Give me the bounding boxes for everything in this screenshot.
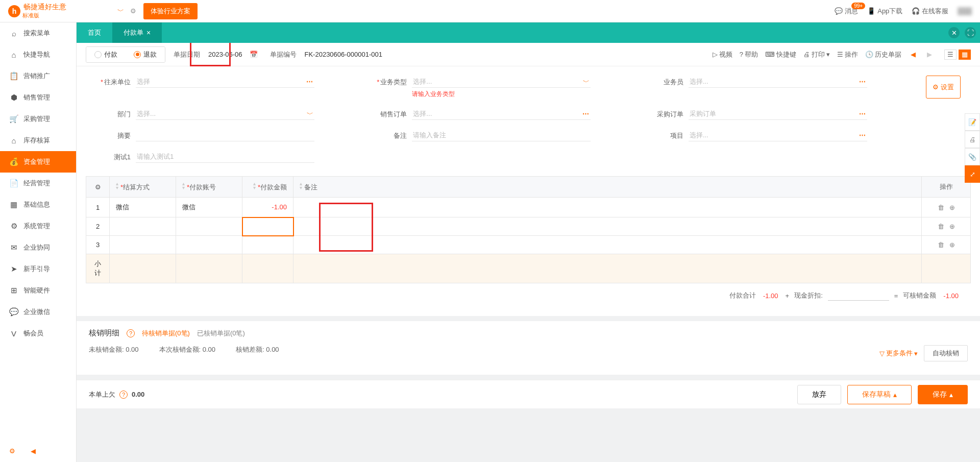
calendar-icon[interactable]: 📅: [250, 51, 258, 58]
rail-attach-button[interactable]: 📎: [965, 148, 980, 165]
add-row-icon[interactable]: ⊕: [949, 223, 955, 230]
online-service-link[interactable]: 🎧在线客服: [912, 7, 948, 16]
company-select[interactable]: ﹀: [87, 7, 124, 16]
summary-input[interactable]: [136, 129, 314, 141]
gear-column-header[interactable]: ⚙: [86, 177, 110, 198]
video-link[interactable]: ▷视频: [713, 50, 732, 59]
operate-link[interactable]: ☰操作: [837, 50, 858, 59]
view-form-button[interactable]: ▦: [959, 50, 971, 60]
history-link[interactable]: 🕓历史单据: [865, 50, 901, 59]
vendor-input[interactable]: [136, 76, 314, 88]
sales-order-input[interactable]: [412, 108, 591, 120]
sidebar-item-4[interactable]: 🛒采购管理: [0, 108, 76, 130]
date-value[interactable]: 2023-06-06: [208, 51, 242, 58]
discard-button[interactable]: 放弃: [797, 385, 841, 404]
lookup-icon[interactable]: ⋯: [859, 78, 866, 85]
cell-remark[interactable]: [293, 198, 922, 217]
print-link[interactable]: 🖨打印▾: [803, 50, 830, 59]
messages-link[interactable]: 💬 消息 99+: [835, 7, 858, 16]
sidebar-item-8[interactable]: ▦基础信息: [0, 194, 76, 215]
chevron-down-icon[interactable]: ﹀: [583, 78, 590, 87]
dept-input[interactable]: [136, 108, 314, 120]
close-icon[interactable]: ×: [146, 29, 151, 37]
col-account[interactable]: ▴▾*付款账号: [176, 177, 242, 198]
auto-writeoff-button[interactable]: 自动核销: [924, 345, 968, 361]
cell-amount[interactable]: [242, 236, 293, 254]
cell-amount[interactable]: -1.00: [242, 198, 293, 217]
cell-settle[interactable]: [110, 217, 176, 236]
more-conditions-link[interactable]: ▽更多条件▾: [879, 349, 918, 358]
shortcut-link[interactable]: ⌨快捷键: [765, 50, 796, 59]
next-doc-button[interactable]: ▶: [925, 51, 934, 58]
add-row-icon[interactable]: ⊕: [949, 204, 955, 211]
sidebar-item-6[interactable]: 💰资金管理: [0, 151, 76, 173]
save-draft-button[interactable]: 保存草稿▴: [847, 385, 912, 404]
sidebar-item-0[interactable]: ⌕搜索菜单: [0, 22, 76, 44]
sidebar-item-10[interactable]: ✉企业协同: [0, 237, 76, 258]
delete-row-icon[interactable]: 🗑: [938, 204, 944, 211]
biztype-input[interactable]: [412, 76, 591, 88]
settings-gear-icon[interactable]: ⚙: [9, 447, 15, 455]
info-icon[interactable]: ?: [119, 391, 128, 399]
tab-done[interactable]: 已核销单据(0笔): [197, 329, 245, 338]
cell-remark[interactable]: [293, 236, 922, 254]
sidebar-item-2[interactable]: 📋营销推广: [0, 65, 76, 87]
lookup-icon[interactable]: ⋯: [859, 110, 866, 117]
cell-remark[interactable]: [293, 217, 922, 236]
delete-row-icon[interactable]: 🗑: [938, 241, 944, 249]
lookup-icon[interactable]: ⋯: [582, 110, 590, 117]
project-input[interactable]: [689, 129, 867, 141]
tab-fullscreen-button[interactable]: ⛶: [965, 27, 976, 38]
add-row-icon[interactable]: ⊕: [949, 241, 955, 249]
delete-row-icon[interactable]: 🗑: [938, 223, 944, 230]
gear-icon[interactable]: ⚙: [130, 7, 136, 15]
cell-settle[interactable]: 微信: [110, 198, 176, 217]
cell-account[interactable]: [176, 236, 242, 254]
save-button[interactable]: 保存▴: [918, 385, 968, 404]
radio-refund[interactable]: 退款: [126, 47, 165, 62]
sidebar-item-9[interactable]: ⚙系统管理: [0, 215, 76, 237]
cell-account[interactable]: 微信: [176, 198, 242, 217]
experience-plan-button[interactable]: 体验行业方案: [143, 3, 198, 19]
col-amount[interactable]: ▴▾*付款金额: [242, 177, 293, 198]
help-link[interactable]: ?帮助: [740, 50, 758, 59]
prev-doc-button[interactable]: ◀: [909, 51, 918, 58]
sidebar-item-14[interactable]: V畅会员: [0, 323, 76, 344]
lookup-icon[interactable]: ⋯: [306, 78, 313, 85]
sidebar-item-11[interactable]: ➤新手引导: [0, 258, 76, 280]
tab-1[interactable]: 付款单×: [112, 22, 162, 43]
info-icon[interactable]: ?: [127, 329, 135, 337]
rail-note-button[interactable]: 📝: [965, 113, 980, 131]
chevron-down-icon[interactable]: ﹀: [307, 110, 313, 119]
sidebar-item-7[interactable]: 📄经营管理: [0, 173, 76, 194]
table-row[interactable]: 1微信微信-1.00🗑⊕: [86, 198, 971, 217]
col-remark[interactable]: ▴▾备注: [293, 177, 922, 198]
purchase-order-input[interactable]: [689, 108, 867, 120]
sidebar-item-12[interactable]: ⊞智能硬件: [0, 280, 76, 301]
cell-account[interactable]: [176, 217, 242, 236]
rail-expand-button[interactable]: ⤢: [965, 165, 980, 183]
col-settle[interactable]: ▴▾*结算方式: [110, 177, 176, 198]
settings-button[interactable]: ⚙设置: [926, 76, 961, 99]
cell-settle[interactable]: [110, 236, 176, 254]
view-list-button[interactable]: ☰: [944, 50, 957, 60]
test1-input[interactable]: [136, 151, 314, 163]
sidebar-item-5[interactable]: ⌂库存核算: [0, 130, 76, 151]
tab-close-all-button[interactable]: ✕: [948, 27, 960, 38]
table-row[interactable]: 2🗑⊕: [86, 217, 971, 236]
remark-input[interactable]: [412, 129, 591, 141]
user-avatar[interactable]: ███: [958, 7, 972, 15]
clerk-input[interactable]: [689, 76, 867, 88]
radio-payment[interactable]: 付款: [86, 47, 126, 62]
table-row[interactable]: 3🗑⊕: [86, 236, 971, 254]
sidebar-item-13[interactable]: 💬企业微信: [0, 301, 76, 323]
tab-0[interactable]: 首页: [77, 22, 112, 43]
sidebar-item-3[interactable]: ⬢销售管理: [0, 87, 76, 108]
collapse-icon[interactable]: ◀: [31, 447, 36, 455]
lookup-icon[interactable]: ⋯: [859, 131, 866, 139]
sidebar-item-1[interactable]: ⌂快捷导航: [0, 44, 76, 65]
app-download-link[interactable]: 📱App下载: [867, 7, 902, 16]
tab-pending[interactable]: 待核销单据(0笔): [142, 329, 190, 338]
cash-discount-input[interactable]: [828, 290, 889, 301]
cell-amount[interactable]: [242, 217, 293, 236]
